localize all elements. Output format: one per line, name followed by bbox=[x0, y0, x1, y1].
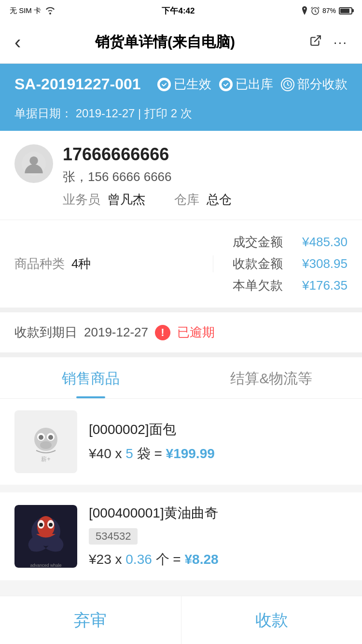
tab-settlement-logistics[interactable]: 结算&物流等 bbox=[181, 357, 362, 398]
product-name-bread: [0000002]面包 bbox=[89, 420, 348, 439]
owed-amount-row: 本单欠款 ¥176.35 bbox=[233, 277, 348, 294]
product-type-row: 商品种类 4种 bbox=[14, 255, 198, 272]
svg-point-13 bbox=[40, 441, 52, 449]
cancel-audit-button[interactable]: 弃审 bbox=[0, 596, 181, 644]
more-button[interactable]: ··· bbox=[334, 35, 348, 50]
status-effective: 已生效 bbox=[157, 76, 211, 93]
order-id: SA-20191227-001 bbox=[14, 75, 141, 93]
customer-meta: 业务员 曾凡杰 仓库 总仓 bbox=[63, 191, 348, 208]
product-details-bread: [0000002]面包 ¥40 x 5 袋 = ¥199.99 bbox=[89, 420, 348, 463]
battery-percent: 87% bbox=[322, 7, 336, 14]
product-price-cookie: ¥23 x 0.36 个 = ¥8.28 bbox=[89, 550, 348, 569]
overdue-badge: ! bbox=[155, 325, 170, 340]
status-bar: 无 SIM 卡 下午4:42 87% bbox=[0, 0, 362, 21]
status-partial-label: 部分收款 bbox=[297, 76, 348, 93]
status-partial: 部分收款 bbox=[281, 76, 348, 93]
product-item: advanced whale [000400001]黄油曲奇 534532 ¥2… bbox=[0, 492, 362, 580]
svg-point-3 bbox=[222, 80, 230, 89]
svg-point-21 bbox=[49, 523, 53, 527]
customer-info: 17666666666 张，156 6666 6666 业务员 曾凡杰 仓库 总… bbox=[63, 144, 348, 208]
warehouse-value: 总仓 bbox=[207, 192, 232, 207]
overdue-label: 已逾期 bbox=[177, 324, 215, 341]
svg-line-1 bbox=[314, 36, 320, 42]
doc-date: 单据日期： 2019-12-27 | 打印 2 次 bbox=[14, 106, 348, 121]
wifi-icon bbox=[45, 7, 56, 14]
svg-point-20 bbox=[39, 523, 43, 527]
salesman-value: 曾凡杰 bbox=[108, 192, 145, 207]
battery-icon bbox=[339, 7, 352, 14]
warehouse-meta: 仓库 总仓 bbox=[174, 191, 232, 208]
back-button[interactable]: ‹ bbox=[14, 31, 21, 53]
customer-name-phone: 张，156 6666 6666 bbox=[63, 168, 348, 185]
share-button[interactable] bbox=[309, 34, 322, 50]
svg-text:advanced whale: advanced whale bbox=[30, 563, 61, 568]
product-price-bread: ¥40 x 5 袋 = ¥199.99 bbox=[89, 445, 348, 463]
customer-phone-display: 17666666666 bbox=[63, 144, 348, 165]
product-thumb-bread: 薪+ bbox=[14, 410, 77, 473]
summary-right: 成交金额 ¥485.30 收款金额 ¥308.95 本单欠款 ¥176.35 bbox=[213, 234, 348, 294]
alarm-icon bbox=[311, 6, 320, 15]
location-icon bbox=[301, 6, 308, 15]
summary-left: 商品种类 4种 bbox=[14, 255, 213, 272]
time-display: 下午4:42 bbox=[162, 5, 195, 16]
status-left: 无 SIM 卡 bbox=[10, 6, 56, 15]
received-amount-row: 收款金额 ¥308.95 bbox=[233, 255, 348, 272]
svg-point-12 bbox=[48, 435, 53, 440]
overdue-section: 收款到期日 2019-12-27 ! 已逾期 bbox=[0, 312, 362, 357]
status-effective-label: 已生效 bbox=[174, 76, 211, 93]
nav-bar: ‹ 销货单详情(来自电脑) ··· bbox=[0, 21, 362, 64]
customer-avatar bbox=[14, 144, 53, 183]
deal-amount: ¥485.30 bbox=[302, 235, 348, 250]
deal-amount-row: 成交金额 ¥485.30 bbox=[233, 234, 348, 251]
svg-point-2 bbox=[160, 80, 168, 89]
status-shipped-label: 已出库 bbox=[236, 76, 273, 93]
customer-section: 17666666666 张，156 6666 6666 业务员 曾凡杰 仓库 总… bbox=[0, 131, 362, 220]
svg-text:薪+: 薪+ bbox=[41, 456, 50, 462]
status-tags: 已生效 已出库 部分收款 bbox=[157, 76, 348, 93]
order-header: SA-20191227-001 已生效 已出库 bbox=[0, 64, 362, 131]
salesman-meta: 业务员 曾凡杰 bbox=[63, 191, 145, 208]
carrier-label: 无 SIM 卡 bbox=[10, 6, 41, 15]
svg-point-11 bbox=[39, 435, 43, 440]
owed-amount: ¥176.35 bbox=[302, 278, 348, 293]
clock-icon bbox=[281, 78, 294, 91]
receive-payment-button[interactable]: 收款 bbox=[181, 596, 362, 644]
product-details-cookie: [000400001]黄油曲奇 534532 ¥23 x 0.36 个 = ¥8… bbox=[89, 504, 348, 569]
nav-actions: ··· bbox=[309, 34, 348, 50]
product-sku-cookie: 534532 bbox=[89, 528, 138, 545]
bottom-bar: 弃审 收款 bbox=[0, 596, 362, 644]
status-shipped: 已出库 bbox=[219, 76, 273, 93]
product-thumb-cookie: advanced whale bbox=[14, 505, 77, 568]
product-item: 薪+ [0000002]面包 ¥40 x 5 袋 = ¥199.99 bbox=[0, 399, 362, 485]
summary-section: 商品种类 4种 成交金额 ¥485.30 收款金额 ¥308.95 本单欠款 ¥… bbox=[0, 220, 362, 312]
received-amount: ¥308.95 bbox=[302, 256, 348, 271]
tabs-bar: 销售商品 结算&物流等 bbox=[0, 357, 362, 399]
svg-point-6 bbox=[29, 156, 38, 165]
status-right: 87% bbox=[301, 6, 352, 15]
page-title: 销货单详情(来自电脑) bbox=[95, 32, 235, 52]
tab-sales-products[interactable]: 销售商品 bbox=[0, 357, 181, 398]
product-name-cookie: [000400001]黄油曲奇 bbox=[89, 504, 348, 522]
